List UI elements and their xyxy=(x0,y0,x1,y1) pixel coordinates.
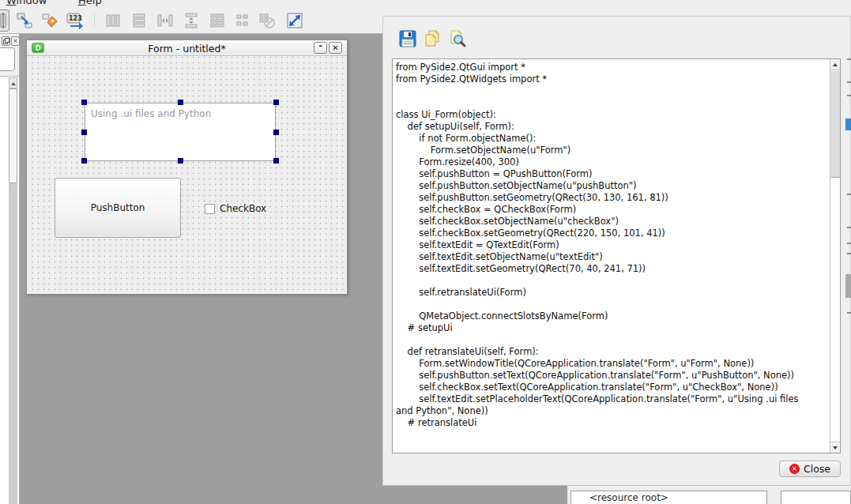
code-line: Form.setWindowTitle(QCoreApplication.tra… xyxy=(396,358,827,370)
resize-handle-bottom-right[interactable] xyxy=(273,158,279,164)
resize-handle-left[interactable] xyxy=(81,130,87,135)
resize-handle-bottom-left[interactable] xyxy=(81,158,87,164)
resource-root-item[interactable]: <resource root> xyxy=(570,491,767,504)
scroll-up-icon[interactable] xyxy=(9,77,17,88)
resize-handle-bottom[interactable] xyxy=(178,158,183,164)
code-text[interactable]: from PySide2.QtGui import *from PySide2.… xyxy=(396,62,827,429)
adjust-size-icon xyxy=(286,12,303,29)
form-canvas[interactable]: Using .ui files and Python PushButton Ch… xyxy=(28,57,346,293)
menu-bar: Window Help xyxy=(0,0,851,7)
code-line xyxy=(396,275,827,287)
scroll-up-icon[interactable] xyxy=(830,59,841,70)
edit-buddies-icon xyxy=(41,12,58,29)
find-icon[interactable] xyxy=(448,29,467,48)
menu-help[interactable]: Help xyxy=(78,0,102,6)
widget-filter-input[interactable] xyxy=(0,47,15,71)
code-preview-window: from PySide2.QtGui import *from PySide2.… xyxy=(382,16,851,486)
minimize-button[interactable]: - xyxy=(314,42,327,54)
resource-browser-panel: <resource root> xyxy=(567,486,851,504)
close-window-button[interactable]: ✕ xyxy=(329,42,342,54)
code-line: self.pushButton.setText(QCoreApplication… xyxy=(396,370,827,382)
code-line: # setupUi xyxy=(396,322,827,334)
code-line: self.retranslateUi(Form) xyxy=(396,287,827,299)
code-editor[interactable]: from PySide2.QtGui import *from PySide2.… xyxy=(392,58,841,453)
scrollbar-thumb[interactable] xyxy=(830,71,841,178)
close-circle-icon: ✕ xyxy=(789,464,800,474)
save-icon[interactable] xyxy=(398,29,417,48)
check-box-widget[interactable]: CheckBox xyxy=(205,203,266,214)
resource-detail-pane[interactable] xyxy=(781,491,851,504)
code-line: self.pushButton.setObjectName(u"pushButt… xyxy=(396,180,827,192)
close-icon[interactable]: ✕ xyxy=(11,36,20,46)
code-line: from PySide2.QtWidgets import * xyxy=(396,73,827,85)
float-icon[interactable] xyxy=(2,36,10,46)
break-layout-icon xyxy=(258,12,276,29)
lay-out-horizontal-splitter-icon xyxy=(156,12,174,29)
code-line xyxy=(396,85,827,97)
widget-box-scrollbar[interactable] xyxy=(9,77,17,504)
edit-widgets-button[interactable] xyxy=(0,9,9,32)
edit-signals-slots-button[interactable] xyxy=(13,9,36,32)
resize-handle-top-left[interactable] xyxy=(81,100,87,105)
lay-out-vertical-splitter-button[interactable] xyxy=(180,9,202,32)
resize-handle-right[interactable] xyxy=(273,130,279,135)
code-line: self.checkBox.setText(QCoreApplication.t… xyxy=(396,382,827,393)
code-line: from PySide2.QtGui import * xyxy=(396,62,827,73)
code-line xyxy=(396,334,827,346)
close-button[interactable]: ✕ Close xyxy=(779,461,841,477)
edit-tab-order-button[interactable]: 123 xyxy=(64,9,86,32)
code-line: def retranslateUi(self, Form): xyxy=(396,346,827,358)
lay-out-form-layout-icon xyxy=(235,12,252,29)
code-line xyxy=(396,299,827,310)
edit-signals-slots-icon xyxy=(16,12,33,29)
lay-out-grid-icon xyxy=(209,12,226,29)
code-line: self.textEdit.setPlaceholderText(QCoreAp… xyxy=(396,393,827,405)
code-line: QMetaObject.connectSlotsByName(Form) xyxy=(396,310,827,322)
resize-handle-top[interactable] xyxy=(178,100,183,105)
code-line: self.textEdit = QTextEdit(Form) xyxy=(396,239,827,251)
code-line: # retranslateUi xyxy=(396,417,827,429)
code-line: self.textEdit.setObjectName(u"textEdit") xyxy=(396,251,827,263)
code-line xyxy=(396,97,827,109)
code-scrollbar[interactable] xyxy=(830,59,840,453)
lay-out-horizontal-splitter-button[interactable] xyxy=(154,9,176,32)
push-button-label: PushButton xyxy=(91,202,145,213)
form-editor-window: D Form - untitled* - ✕ Using .ui files a… xyxy=(26,39,348,295)
checkbox-box[interactable] xyxy=(205,204,215,214)
widget-box-panel: ✕ xyxy=(0,34,20,504)
lay-out-vertically-button[interactable] xyxy=(128,9,150,32)
edit-tab-order-icon: 123 xyxy=(66,12,85,29)
svg-text:123: 123 xyxy=(69,15,82,22)
code-line: self.checkBox = QCheckBox(Form) xyxy=(396,204,827,216)
code-line: class Ui_Form(object): xyxy=(396,109,827,121)
code-line: self.textEdit.setGeometry(QRect(70, 40, … xyxy=(396,263,827,275)
edit-buddies-button[interactable] xyxy=(39,9,61,32)
scrollbar-thumb[interactable] xyxy=(9,88,17,183)
copy-icon[interactable] xyxy=(423,29,442,48)
adjust-size-button[interactable] xyxy=(284,9,306,32)
lay-out-horizontally-icon xyxy=(104,12,122,29)
toolbar-separator xyxy=(93,13,96,28)
edit-widgets-icon xyxy=(0,12,7,29)
lay-out-grid-button[interactable] xyxy=(206,9,228,32)
code-line: def setupUi(self, Form): xyxy=(396,121,827,133)
checkbox-label: CheckBox xyxy=(220,203,266,214)
push-button-widget[interactable]: PushButton xyxy=(55,178,181,238)
menu-window[interactable]: Window xyxy=(6,0,47,6)
break-layout-button[interactable] xyxy=(256,9,278,32)
lay-out-form-layout-button[interactable] xyxy=(232,9,254,32)
text-edit-widget[interactable]: Using .ui files and Python xyxy=(85,103,276,161)
code-line: self.pushButton.setGeometry(QRect(30, 13… xyxy=(396,192,827,204)
code-line: Form.setObjectName(u"Form") xyxy=(396,145,827,156)
code-line: self.pushButton = QPushButton(Form) xyxy=(396,168,827,180)
scroll-down-icon[interactable] xyxy=(830,442,841,453)
code-line: if not Form.objectName(): xyxy=(396,133,827,145)
lay-out-horizontally-button[interactable] xyxy=(102,9,124,32)
scrollbar-fragment xyxy=(845,274,851,298)
code-line: self.checkBox.setGeometry(QRect(220, 150… xyxy=(396,228,827,239)
form-window-title: Form - untitled* xyxy=(27,43,347,55)
form-titlebar[interactable]: D Form - untitled* - ✕ xyxy=(27,40,347,56)
text-edit-placeholder: Using .ui files and Python xyxy=(91,108,211,119)
resize-handle-top-right[interactable] xyxy=(273,100,279,105)
right-edge-fragments xyxy=(845,16,851,486)
